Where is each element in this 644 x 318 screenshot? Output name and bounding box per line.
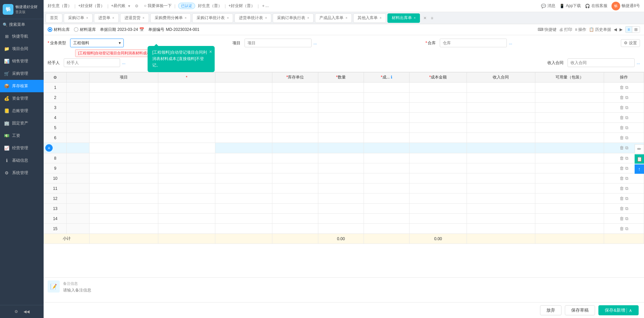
row-qty-4[interactable] (318, 113, 364, 123)
row-income-contract-9[interactable] (467, 163, 535, 173)
handler-dots-btn[interactable]: ... (122, 60, 125, 65)
row-cost-price-5[interactable] (364, 123, 410, 133)
row-cost-price-11[interactable] (364, 183, 410, 194)
nav-good-finance-2[interactable]: +好业财（普） (228, 3, 255, 9)
row-project-15[interactable] (90, 224, 158, 234)
biz-type-select[interactable]: 工程领料 ▾ (70, 39, 124, 47)
row-qty-5[interactable] (318, 123, 364, 133)
sidebar-nav-item-sales[interactable]: 📊 销售管理 (0, 55, 44, 67)
handler-input[interactable] (64, 58, 120, 67)
row-spec-8[interactable] (215, 153, 272, 163)
cost-price-info-icon[interactable]: ℹ (391, 75, 392, 80)
tab-purchase-order[interactable]: 采购订单 × (64, 13, 93, 23)
row-available-qty-11[interactable] (535, 183, 604, 194)
row-income-contract-13[interactable] (467, 204, 535, 214)
copy-row-icon-7[interactable]: ⧉ (625, 145, 628, 151)
row-income-contract-8[interactable] (467, 153, 535, 163)
row-material-8[interactable] (158, 153, 215, 163)
row-qty-11[interactable] (318, 183, 364, 194)
row-income-contract-2[interactable] (467, 93, 535, 103)
row-cost-price-2[interactable] (364, 93, 410, 103)
row-spec-4[interactable] (215, 113, 272, 123)
delete-row-icon-4[interactable]: 🗑 (620, 115, 624, 120)
sidebar-nav-item-payroll[interactable]: 💵 工资 (0, 129, 44, 142)
row-qty-3[interactable] (318, 103, 364, 113)
row-qty-1[interactable] (318, 83, 364, 93)
row-material-15[interactable] (158, 224, 215, 234)
tab-close-purchase-exec[interactable]: × (307, 16, 309, 20)
tab-close-purchase-expense[interactable]: × (185, 16, 187, 20)
row-material-6[interactable] (158, 133, 215, 143)
radio-material-return[interactable]: 材料退库 (74, 27, 96, 33)
row-spec-10[interactable] (215, 173, 272, 183)
right-float-blue-btn[interactable]: ↑ (635, 164, 644, 174)
view-table-btn[interactable]: ≡ (626, 26, 632, 33)
tab-finished-goods[interactable]: 产成品入库单 × (315, 13, 352, 23)
row-unit-15[interactable] (272, 224, 318, 234)
row-unit-9[interactable] (272, 163, 318, 173)
row-spec-7[interactable] (215, 143, 272, 153)
row-project-11[interactable] (90, 183, 158, 194)
row-project-1[interactable] (90, 83, 158, 93)
row-spec-14[interactable] (215, 214, 272, 224)
row-spec-11[interactable] (215, 183, 272, 194)
save-new-dropdown-icon[interactable]: ∧ (627, 308, 632, 313)
row-available-qty-5[interactable] (535, 123, 604, 133)
delete-row-icon-15[interactable]: 🗑 (620, 226, 624, 231)
row-cost-price-15[interactable] (364, 224, 410, 234)
sidebar-nav-item-operations[interactable]: 📈 经营管理 (0, 142, 44, 154)
right-float-edit-btn[interactable]: ✏ (635, 144, 644, 154)
tab-close-purchase-order[interactable]: × (86, 16, 88, 20)
row-cost-amount-9[interactable] (410, 163, 467, 173)
th-settings[interactable]: ⚙ (44, 72, 67, 83)
radio-material-out[interactable]: 材料出库 (48, 27, 70, 33)
project-input[interactable] (245, 39, 312, 47)
tab-home[interactable]: 首页 (46, 13, 62, 23)
copy-row-icon-14[interactable]: ⧉ (625, 216, 628, 221)
copy-row-icon-6[interactable]: ⧉ (625, 135, 628, 141)
row-unit-13[interactable] (272, 204, 318, 214)
row-cost-amount-14[interactable] (410, 214, 467, 224)
discard-button[interactable]: 放弃 (540, 305, 561, 315)
tab-purchase-exec[interactable]: 采购订单执行表 × (273, 13, 314, 23)
row-project-2[interactable] (90, 93, 158, 103)
tab-purchase-stats[interactable]: 采购订单统计表 × (192, 13, 233, 23)
copy-row-icon-15[interactable]: ⧉ (625, 226, 628, 231)
row-qty-2[interactable] (318, 93, 364, 103)
tab-close-finished-goods[interactable]: × (345, 16, 347, 20)
row-cost-price-12[interactable] (364, 194, 410, 204)
row-qty-8[interactable] (318, 153, 364, 163)
row-qty-14[interactable] (318, 214, 364, 224)
row-cost-amount-11[interactable] (410, 183, 467, 194)
row-cost-amount-3[interactable] (410, 103, 467, 113)
copy-row-icon-5[interactable]: ⧉ (625, 125, 628, 130)
warehouse-dots-btn[interactable]: ... (509, 41, 512, 45)
row-material-14[interactable] (158, 214, 215, 224)
sidebar-nav-item-purchase[interactable]: 🛒 采购管理 (0, 67, 44, 80)
row-cost-price-7[interactable] (364, 143, 410, 153)
nav-more[interactable]: ＋... (261, 3, 269, 9)
row-material-3[interactable] (158, 103, 215, 113)
row-unit-12[interactable] (272, 194, 318, 204)
row-material-4[interactable] (158, 113, 215, 123)
copy-row-icon-2[interactable]: ⧉ (625, 95, 628, 100)
nav-good-business-2[interactable]: 好生意（普） (198, 3, 222, 9)
row-unit-8[interactable] (272, 153, 318, 163)
add-row-btn[interactable]: + (45, 144, 53, 152)
row-material-5[interactable] (158, 123, 215, 133)
row-available-qty-3[interactable] (535, 103, 604, 113)
row-material-7[interactable] (158, 143, 215, 153)
sidebar-nav-item-basic-info[interactable]: ℹ 基础信息 (0, 154, 44, 167)
row-cost-price-1[interactable] (364, 83, 410, 93)
row-available-qty-14[interactable] (535, 214, 604, 224)
save-draft-button[interactable]: 保存草稿 (565, 305, 595, 315)
project-dots-btn[interactable]: ... (314, 41, 317, 45)
row-material-12[interactable] (158, 194, 215, 204)
sidebar-settings-btn[interactable]: ⚙ (13, 308, 19, 315)
tab-close-purchase-stats[interactable]: × (227, 16, 229, 20)
row-unit-10[interactable] (272, 173, 318, 183)
income-contract-input[interactable] (568, 58, 635, 67)
row-unit-1[interactable] (272, 83, 318, 93)
row-income-contract-6[interactable] (467, 133, 535, 143)
row-project-8[interactable] (90, 153, 158, 163)
